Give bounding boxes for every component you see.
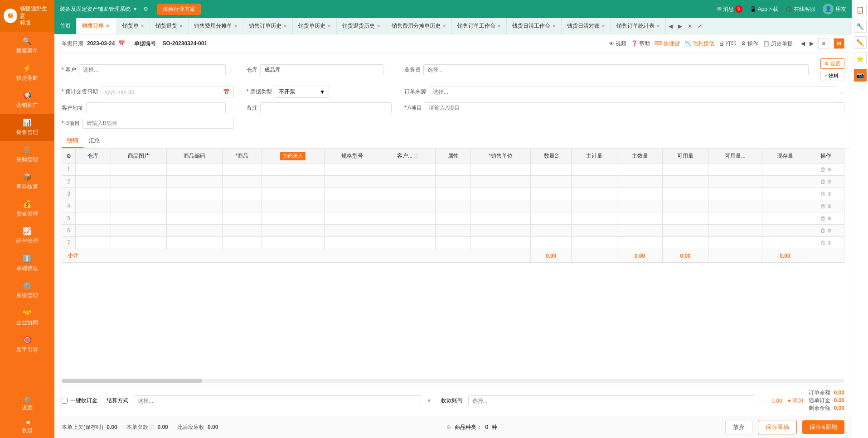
settings-small-btn[interactable]: ⚙ 设置 [820,58,844,69]
print-btn[interactable]: 🖨 打印 [719,40,737,48]
tabs-expand-btn[interactable]: ⤢ [695,23,705,29]
tab-order-history[interactable]: 销售订单历史 ✕ [243,18,293,34]
cell-customer[interactable] [380,176,436,188]
cell-attr[interactable] [436,225,471,237]
cell-main-qty[interactable] [617,237,662,249]
sidebar-item-collab[interactable]: 🤝 企业协同 [0,304,54,331]
view-btn[interactable]: 👁 视频 [609,40,626,48]
cell-main-qty[interactable] [617,188,662,200]
tab-summary[interactable]: 汇总 [83,134,105,148]
cell-unit[interactable] [470,176,530,188]
one-click-checkbox[interactable] [62,398,68,404]
delete-icon[interactable]: 🗑 [820,227,826,234]
cell-customer[interactable] [380,237,436,249]
cell-main-qty[interactable] [617,176,662,188]
cell-code[interactable] [166,164,222,176]
tab-reconcile[interactable]: 钱货日清对账 ✕ [562,18,611,34]
cell-qty2[interactable] [530,200,571,212]
customer-more-icon[interactable]: ··· [229,67,234,73]
tab-close-icon[interactable]: ✕ [106,24,109,29]
layout-grid-btn[interactable]: ⊞ [834,38,844,49]
cell-unit[interactable] [470,164,530,176]
address-input[interactable] [86,102,226,113]
cell-main-unit[interactable] [572,176,617,188]
tab-cost-split[interactable]: 销售费用分摊单 ✕ [189,18,243,34]
cell-unit[interactable] [470,188,530,200]
copy-icon[interactable]: ⊕ [827,203,832,209]
cell-warehouse[interactable] [76,176,111,188]
delete-icon[interactable]: 🗑 [820,203,826,209]
app-download-btn[interactable]: 📱 App下载 [750,5,778,13]
sidebar-item-quicknav[interactable]: ⚡ 快捷导航 [0,59,54,87]
cell-qty2[interactable] [530,212,571,225]
cell-product[interactable] [223,237,262,249]
save-draft-button[interactable]: 保存草稿 [758,420,797,434]
tab-close-icon[interactable]: ✕ [601,24,605,29]
b-project-input[interactable] [82,118,234,129]
delivery-date-input[interactable]: yyyy-mm-dd 📅 [101,87,234,97]
profit-btn[interactable]: 📉 毛利预估 [684,40,714,48]
cell-spec[interactable] [325,212,380,225]
scan-button[interactable]: 扫码录入 [280,152,305,160]
user-avatar[interactable]: 👤 用友 [823,4,846,14]
tab-close-icon[interactable]: ✕ [234,24,238,29]
shortcut-btn[interactable]: ⌨ 快捷键 [655,40,680,48]
cell-attr[interactable] [436,164,471,176]
horizontal-scrollbar[interactable] [62,379,844,383]
copy-icon[interactable]: ⊕ [827,191,832,197]
warehouse-input[interactable] [260,64,383,75]
cell-customer[interactable] [380,200,436,212]
delete-icon[interactable]: 🗑 [820,240,826,246]
copy-icon[interactable]: ⊕ [827,215,832,221]
tab-close-icon[interactable]: ✕ [141,24,144,29]
cell-code[interactable] [166,212,222,225]
cell-code[interactable] [166,188,222,200]
cell-attr[interactable] [436,200,471,212]
cell-attr[interactable] [436,188,471,200]
tab-close-icon[interactable]: ✕ [327,24,331,29]
cell-spec[interactable] [325,188,380,200]
sidebar-item-operation[interactable]: 📈 经营管理 [0,222,54,250]
tab-close-icon[interactable]: ✕ [179,24,183,29]
sidebar-item-sales[interactable]: 📊 销售管理 [0,114,54,141]
tab-order-workbench[interactable]: 销售订单工作台 ✕ [452,18,507,34]
cell-warehouse[interactable] [76,164,111,176]
tab-close-icon[interactable]: ✕ [552,24,556,29]
tab-detail[interactable]: 明细 [62,134,83,148]
tab-close-icon[interactable]: ✕ [497,24,501,29]
cell-qty2[interactable] [530,164,571,176]
cell-qty2[interactable] [530,225,571,237]
cell-code[interactable] [166,237,222,249]
invoice-select[interactable]: 不开票 ▼ [275,86,329,98]
layout-list-btn[interactable]: ≡ [818,38,829,49]
cell-main-qty[interactable] [617,200,662,212]
cell-main-unit[interactable] [572,212,617,225]
cell-qty2[interactable] [530,176,571,188]
calendar-icon[interactable]: 📅 [118,40,125,47]
cell-customer[interactable] [380,225,436,237]
tab-sales-invoice[interactable]: 销货单 ✕ [117,18,150,34]
cell-customer[interactable] [380,188,436,200]
account-more-icon[interactable]: ··· [761,398,766,404]
panel-icon-2[interactable]: ✏️ [854,36,867,49]
cell-warehouse[interactable] [76,188,111,200]
copy-icon[interactable]: ⊕ [827,178,832,185]
tabs-more-btn[interactable]: ✕ [685,23,695,29]
tab-stats[interactable]: 销售订单统计表 ✕ [611,18,666,34]
tabs-next-btn[interactable]: ▶ [675,23,685,29]
panel-icon-1[interactable]: 🔧 [854,20,867,33]
a-project-input[interactable] [425,102,844,113]
cell-main-unit[interactable] [572,237,617,249]
dropdown-settle-icon[interactable]: ▼ [427,398,432,404]
settle-input[interactable] [134,395,421,406]
sidebar-item-system[interactable]: ⚙️ 系统管理 [0,277,54,304]
cell-main-qty[interactable] [617,164,662,176]
help-btn[interactable]: ❓ 帮助 [631,40,650,48]
tab-sales-return[interactable]: 销货退货 ✕ [150,18,189,34]
col-settings[interactable]: ⚙ [62,149,76,164]
sidebar-collapse[interactable]: ◀ 收起 [0,415,54,438]
sidebar-item-base[interactable]: ℹ️ 基础信息 [0,250,54,277]
tabs-prev-btn[interactable]: ◀ [666,23,675,29]
warehouse-more-icon[interactable]: ··· [387,67,392,73]
delete-icon[interactable]: 🗑 [820,178,826,185]
